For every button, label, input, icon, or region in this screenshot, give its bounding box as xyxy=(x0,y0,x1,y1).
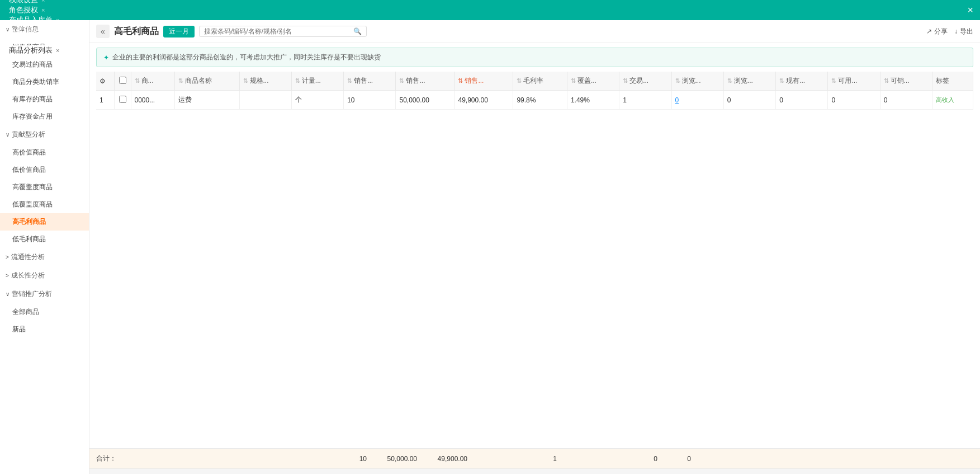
export-icon: ↓ xyxy=(954,27,958,35)
nav-tab-角色授权[interactable]: 角色授权× xyxy=(2,5,66,15)
row-available: 0 xyxy=(828,91,880,110)
sidebar-item-高价值商品[interactable]: 高价值商品 xyxy=(0,144,89,161)
row-code: 0000... xyxy=(131,91,175,110)
search-input[interactable] xyxy=(204,27,353,35)
sidebar-item-低覆盖度商品[interactable]: 低覆盖度商品 xyxy=(0,196,89,213)
row-sales3: 49,900.00 xyxy=(455,91,513,110)
row-checkbox-cell xyxy=(114,91,131,110)
row-sales2: 50,000.00 xyxy=(396,91,455,110)
col-gross-label: 毛利率 xyxy=(523,77,543,85)
info-banner: ✦ 企业的主要的利润都是这部分商品创造的，可考虑加大推广，同时关注库存是不要出现… xyxy=(96,48,973,67)
row-browse1[interactable]: 0 xyxy=(671,91,723,110)
sidebar-item-低毛利商品[interactable]: 低毛利商品 xyxy=(0,231,89,248)
close-tab-icon[interactable]: × xyxy=(41,7,45,13)
sidebar-item-有库存的商品[interactable]: 有库存的商品 xyxy=(0,91,89,108)
row-gross-rate: 99.8% xyxy=(513,91,567,110)
footer-spacer1 xyxy=(141,455,337,463)
export-label: 导出 xyxy=(960,27,973,36)
col-browse2-label: 浏览... xyxy=(734,77,753,85)
footer-row: 合计： 10 50,000.00 49,900.00 1 0 0 xyxy=(89,448,980,468)
group-arrow-icon: > xyxy=(6,254,9,260)
col-spec-label: 规格... xyxy=(250,77,269,85)
top-nav: 首页销售单×进货单×权限设置×角色授权×产成品入库单×单据模板设置×商品分析×商… xyxy=(0,0,980,20)
table-body: 1 0000... 运费 个 10 50,000.00 49,900.00 99… xyxy=(96,91,973,110)
row-spec xyxy=(239,91,291,110)
share-button[interactable]: ↗ 分享 xyxy=(926,27,948,36)
page-title: 高毛利商品 xyxy=(114,26,159,37)
col-settings[interactable]: ⚙ xyxy=(96,72,114,91)
footer-cells: 10 50,000.00 49,900.00 1 0 0 xyxy=(141,455,973,463)
period-button[interactable]: 近一月 xyxy=(163,26,195,37)
select-all-checkbox[interactable] xyxy=(119,77,126,84)
export-button[interactable]: ↓ 导出 xyxy=(954,27,973,36)
collapse-sidebar-button[interactable]: « xyxy=(96,25,110,38)
col-sellable: ⇅可销... xyxy=(880,72,932,91)
close-all-button[interactable]: × xyxy=(963,4,978,16)
col-name-label: 商品名称 xyxy=(185,77,212,85)
close-tab-icon[interactable]: × xyxy=(56,27,59,34)
col-name: ⇅商品名称 xyxy=(175,72,239,91)
col-sales3-label: 销售... xyxy=(465,77,484,85)
col-tag-label: 标签 xyxy=(936,77,949,85)
sidebar-item-新品[interactable]: 新品 xyxy=(0,321,89,338)
sidebar-group-4[interactable]: ∨营销推广分析 xyxy=(0,285,89,303)
close-tab-icon[interactable]: × xyxy=(56,17,59,24)
row-unit: 个 xyxy=(291,91,343,110)
nav-tab-商品分析[interactable]: 商品分析× xyxy=(2,35,66,45)
nav-tab-权限设置[interactable]: 权限设置× xyxy=(2,0,66,5)
nav-tab-商品分析列表[interactable]: 商品分析列表× xyxy=(2,45,66,55)
sidebar-item-库存资金占用[interactable]: 库存资金占用 xyxy=(0,108,89,125)
search-icon[interactable]: 🔍 xyxy=(353,27,362,35)
footer-current: 0 xyxy=(627,455,661,463)
sidebar-item-交易过的商品[interactable]: 交易过的商品 xyxy=(0,56,89,73)
main-layout: ∨整体信息销售类商品交易过的商品商品分类助销率有库存的商品库存资金占用∨贡献型分… xyxy=(0,20,980,474)
col-sales2-label: 销售... xyxy=(406,77,425,85)
search-box: 🔍 xyxy=(199,26,367,37)
horizontal-scrollbar[interactable] xyxy=(89,468,980,474)
col-spec: ⇅规格... xyxy=(239,72,291,91)
col-tag: 标签 xyxy=(932,72,973,91)
row-name: 运费 xyxy=(175,91,239,110)
nav-tab-产成品入库单[interactable]: 产成品入库单× xyxy=(2,15,66,25)
row-checkbox[interactable] xyxy=(119,96,126,103)
row-coverage: 1.49% xyxy=(567,91,619,110)
col-sellable-label: 可销... xyxy=(891,77,910,85)
sidebar-group-2[interactable]: >流通性分析 xyxy=(0,248,89,266)
col-transaction: ⇅交易... xyxy=(619,72,671,91)
col-unit: ⇅计量... xyxy=(291,72,343,91)
footer-transaction: 1 xyxy=(527,455,560,463)
col-sales2: ⇅销售... xyxy=(396,72,455,91)
nav-tabs: 首页销售单×进货单×权限设置×角色授权×产成品入库单×单据模板设置×商品分析×商… xyxy=(2,0,66,55)
info-icon: ✦ xyxy=(103,54,109,62)
sidebar-group-3[interactable]: >成长性分析 xyxy=(0,266,89,285)
share-label: 分享 xyxy=(934,27,948,36)
col-current: ⇅现有... xyxy=(776,72,828,91)
footer-available: 0 xyxy=(661,455,694,463)
data-table: ⚙ ⇅商... ⇅商品名称 ⇅规格... ⇅计量... ⇅销售... ⇅销售..… xyxy=(96,72,973,110)
sidebar-item-全部商品[interactable]: 全部商品 xyxy=(0,303,89,321)
footer-browse1 xyxy=(560,455,594,463)
col-coverage-label: 覆盖... xyxy=(577,77,596,85)
group-arrow-icon: > xyxy=(6,273,9,279)
row-browse2: 0 xyxy=(723,91,775,110)
col-code: ⇅商... xyxy=(131,72,175,91)
col-sales3: ⇅销售... xyxy=(455,72,513,91)
sidebar-group-1[interactable]: ∨贡献型分析 xyxy=(0,125,89,144)
sidebar-item-商品分类助销率[interactable]: 商品分类助销率 xyxy=(0,73,89,91)
col-available: ⇅可用... xyxy=(828,72,880,91)
table-row: 1 0000... 运费 个 10 50,000.00 49,900.00 99… xyxy=(96,91,973,110)
settings-icon: ⚙ xyxy=(100,77,106,85)
sidebar-item-高毛利商品[interactable]: 高毛利商品 xyxy=(0,213,89,231)
sidebar-item-低价值商品[interactable]: 低价值商品 xyxy=(0,161,89,179)
nav-tab-单据模板设置[interactable]: 单据模板设置× xyxy=(2,25,66,35)
close-tab-icon[interactable]: × xyxy=(41,37,45,44)
footer-sales2: 50,000.00 xyxy=(370,455,420,463)
close-tab-icon[interactable]: × xyxy=(56,47,59,54)
sidebar-item-高覆盖度商品[interactable]: 高覆盖度商品 xyxy=(0,179,89,196)
group-arrow-icon: ∨ xyxy=(6,132,10,138)
sidebar: ∨整体信息销售类商品交易过的商品商品分类助销率有库存的商品库存资金占用∨贡献型分… xyxy=(0,20,89,474)
col-browse1-label: 浏览... xyxy=(682,77,701,85)
content-area: « 高毛利商品 近一月 🔍 ↗ 分享 ↓ 导出 ✦ 企业的主要的利润都是这部 xyxy=(89,20,980,474)
row-sellable: 0 xyxy=(880,91,932,110)
close-tab-icon[interactable]: × xyxy=(41,0,45,3)
